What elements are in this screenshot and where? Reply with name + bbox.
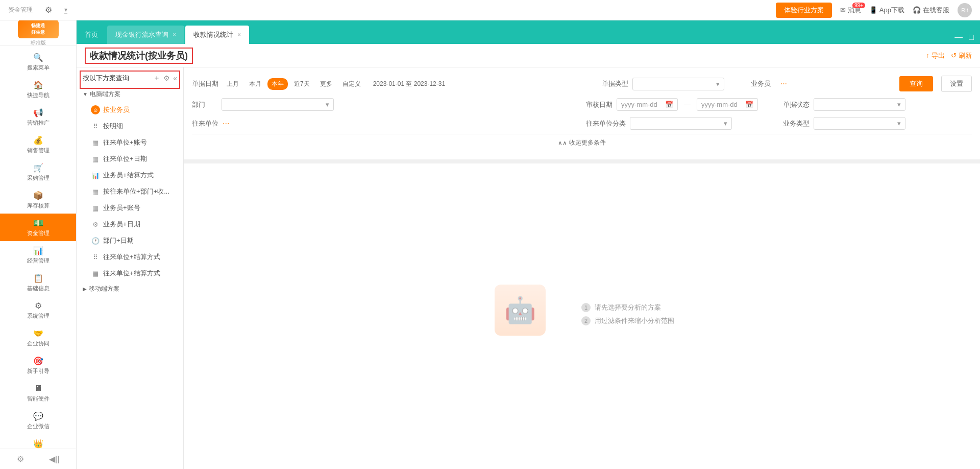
scheme-item-by-salesperson[interactable]: ⊙ 按业务员 <box>77 102 183 118</box>
sidebar-item-finance-label: 资金管理 <box>27 229 50 237</box>
trial-button[interactable]: 体验行业方案 <box>776 3 832 18</box>
doc-status-label: 单据状态 <box>783 100 810 109</box>
logo-area: 畅捷通好生意 标准版 <box>0 20 76 46</box>
doc-status-select[interactable]: ▾ <box>814 98 905 111</box>
tab-minimize-icon[interactable]: — <box>952 31 965 44</box>
sidebar-item-member[interactable]: 👑 畅会员 <box>0 434 76 449</box>
sidebar-nav: 🔍 搜索菜单 🏠 快捷导航 📢 营销推广 💰 销售管理 🛒 采购管 <box>0 46 76 449</box>
sidebar-item-weixin[interactable]: 💬 企业微信 <box>0 407 76 434</box>
sidebar-item-quicknav-label: 快捷导航 <box>27 91 50 99</box>
sidebar-item-quicknav[interactable]: 🏠 快捷导航 <box>0 76 76 103</box>
sidebar: 畅捷通好生意 标准版 🔍 搜索菜单 🏠 快捷导航 📢 营销推广 <box>0 20 77 469</box>
scheme-group-desktop-title[interactable]: ▼ 电脑端方案 <box>77 87 183 102</box>
tab-bank-flow[interactable]: 现金银行流水查询 × <box>107 26 184 44</box>
search-row-1: 单据日期 上月 本月 本年 近7天 更多 自定义 2023-01-01 至 20… <box>192 76 972 92</box>
empty-steps: 1 请先选择要分析的方案 2 用过滤条件来缩小分析范围 <box>581 303 674 330</box>
date-tab-more[interactable]: 更多 <box>316 78 336 90</box>
calendar-to-icon: 📅 <box>745 101 753 108</box>
edition-label: 标准版 <box>31 39 46 46</box>
scheme-item-partner-dept[interactable]: ▦ 按往来单位+部门+收... <box>77 183 183 200</box>
doc-type-select[interactable]: ▾ <box>632 78 724 90</box>
tab-maximize-icon[interactable]: □ <box>967 31 976 44</box>
sidebar-item-purchase[interactable]: 🛒 采购管理 <box>0 158 76 186</box>
sidebar-item-search[interactable]: 🔍 搜索菜单 <box>0 48 76 76</box>
sidebar-item-marketing[interactable]: 📢 营销推广 <box>0 103 76 131</box>
refresh-button[interactable]: ↺ 刷新 <box>951 51 972 60</box>
export-button[interactable]: ↑ 导出 <box>926 51 945 60</box>
review-date-field: 审核日期 yyyy-mm-dd 📅 — yyyy-mm-dd 📅 <box>586 98 775 111</box>
empty-content: 🤖 1 请先选择要分析的方案 2 用过滤条件来缩小分析范围 <box>489 279 674 353</box>
main-content: 按以下方案查询 ＋ ⚙ « ▼ 电脑端方案 <box>77 67 980 469</box>
sidebar-item-collab-label: 企业协同 <box>27 340 50 347</box>
scheme-item-partner-payment1[interactable]: ⠿ 往来单位+结算方式 <box>77 249 183 265</box>
search-row-2: 部门 ▾ 审核日期 yyyy-mm-dd <box>192 98 972 111</box>
collapse-panel-button[interactable]: « <box>173 74 177 82</box>
tab-receipt-stats-close[interactable]: × <box>237 31 241 38</box>
review-date-to-value: yyyy-mm-dd <box>701 101 738 108</box>
sidebar-item-finance[interactable]: 💵 资金管理 <box>0 214 76 241</box>
logo-text: 畅捷通好生意 <box>31 22 45 36</box>
partner-field: 往来单位 ··· <box>192 119 381 128</box>
salesperson-more-btn[interactable]: ··· <box>780 79 787 88</box>
settings-bottom-icon[interactable]: ⚙ <box>17 454 24 464</box>
group-mobile-label: 移动端方案 <box>89 285 119 293</box>
sidebar-item-operation[interactable]: 📊 经营管理 <box>0 241 76 269</box>
sidebar-item-sales[interactable]: 💰 销售管理 <box>0 131 76 158</box>
date-tab-7days[interactable]: 近7天 <box>290 78 314 90</box>
empty-state: 🤖 1 请先选择要分析的方案 2 用过滤条件来缩小分析范围 <box>184 163 980 469</box>
sidebar-item-guide[interactable]: 🎯 新手引导 <box>0 351 76 379</box>
collapse-more-button[interactable]: ∧∧ 收起更多条件 <box>192 134 972 151</box>
biz-type-arrow: ▾ <box>897 120 901 127</box>
biz-type-label: 业务类型 <box>783 119 810 128</box>
dept-select[interactable]: ▾ <box>222 98 334 111</box>
group-expand-arrow: ▼ <box>83 91 88 97</box>
sidebar-item-inventory[interactable]: 📦 库存核算 <box>0 186 76 214</box>
breadcrumb-text: 资金管理 <box>8 6 33 14</box>
scheme-group-mobile-title[interactable]: ▶ 移动端方案 <box>77 282 183 296</box>
date-label: 单据日期 <box>192 79 218 88</box>
sidebar-item-collab[interactable]: 🤝 企业协同 <box>0 324 76 351</box>
app-download-button[interactable]: 📱 App下载 <box>869 6 904 15</box>
user-avatar[interactable]: Rit <box>958 3 972 17</box>
settings-icon[interactable]: ⚙ <box>45 5 52 15</box>
sidebar-item-system[interactable]: ⚙ 系统管理 <box>0 296 76 324</box>
scheme-item-salesperson-date[interactable]: ⚙ 业务员+日期 <box>77 216 183 232</box>
review-date-from-input[interactable]: yyyy-mm-dd 📅 <box>617 98 678 111</box>
partner-more-btn[interactable]: ··· <box>223 119 229 128</box>
scheme-item-by-detail[interactable]: ⠿ 按明细 <box>77 118 183 134</box>
tab-receipt-stats[interactable]: 收款情况统计 × <box>185 26 249 44</box>
sidebar-item-hardware[interactable]: 🖥 智能硬件 <box>0 379 76 407</box>
date-tab-this-month[interactable]: 本月 <box>245 78 265 90</box>
scheme-salesperson-date-label: 业务员+日期 <box>103 220 140 229</box>
nav-dropdown[interactable]: ▾ <box>64 6 67 14</box>
online-service-button[interactable]: 🎧 在线客服 <box>913 6 949 15</box>
scheme-partner-payment2-label: 往来单位+结算方式 <box>103 269 160 278</box>
date-tab-last-month[interactable]: 上月 <box>223 78 243 90</box>
tab-home[interactable]: 首页 <box>77 26 106 44</box>
query-button[interactable]: 查询 <box>899 76 933 91</box>
review-date-to-input[interactable]: yyyy-mm-dd 📅 <box>697 98 758 111</box>
partner-dept-icon: ▦ <box>91 188 100 196</box>
messages-button[interactable]: ✉ 消息 99+ <box>840 6 861 15</box>
scheme-item-salesperson-account[interactable]: ▦ 业务员+账号 <box>77 200 183 216</box>
scheme-settings-button[interactable]: ⚙ <box>163 74 170 82</box>
scheme-item-partner-account[interactable]: ▦ 往来单位+账号 <box>77 134 183 151</box>
add-scheme-button[interactable]: ＋ <box>153 74 160 83</box>
doc-status-field: 单据状态 ▾ <box>783 98 972 111</box>
tab-bank-flow-close[interactable]: × <box>173 31 176 38</box>
step-2-number: 2 <box>581 316 591 325</box>
search-menu-icon: 🔍 <box>33 52 43 62</box>
scheme-item-dept-date[interactable]: 🕐 部门+日期 <box>77 232 183 249</box>
date-tab-custom[interactable]: 自定义 <box>338 78 365 90</box>
partner-category-select[interactable]: ▾ <box>630 117 732 130</box>
collapse-sidebar-icon[interactable]: ◀|| <box>49 454 59 464</box>
settings-button[interactable]: 设置 <box>941 76 972 92</box>
sidebar-item-basic[interactable]: 📋 基础信息 <box>0 269 76 296</box>
scheme-partner-date-label: 往来单位+日期 <box>103 154 147 163</box>
scheme-item-partner-date[interactable]: ▦ 往来单位+日期 <box>77 151 183 167</box>
date-tab-this-year[interactable]: 本年 <box>267 78 288 90</box>
scheme-item-salesperson-payment[interactable]: 📊 业务员+结算方式 <box>77 167 183 183</box>
biz-type-select[interactable]: ▾ <box>814 117 905 130</box>
scheme-item-partner-payment2[interactable]: ▦ 往来单位+结算方式 <box>77 265 183 282</box>
refresh-label: 刷新 <box>959 51 972 60</box>
